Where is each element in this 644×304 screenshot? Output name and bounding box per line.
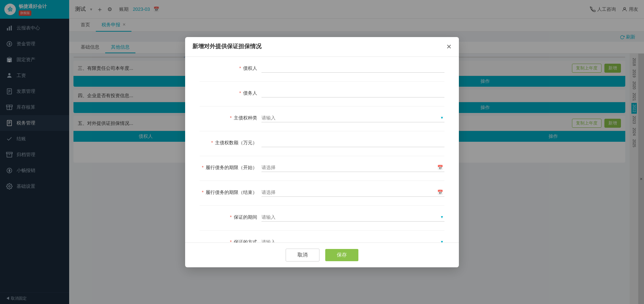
divider-5: [200, 181, 444, 181]
form-row-period-start: * 履行债务的期限（开始） 📅: [200, 163, 444, 172]
period-start-wrapper: 📅: [261, 163, 444, 172]
creditor-input[interactable]: [261, 64, 444, 73]
modal-title: 新增对外提供保证担保情况: [192, 43, 261, 50]
divider-4: [200, 156, 444, 156]
form-label-claim-amount: * 主债权数额（万元）: [200, 140, 257, 146]
form-label-guarantee-method: * 保证的方式: [200, 239, 257, 242]
period-end-wrapper: 📅: [261, 188, 444, 197]
divider-7: [200, 230, 444, 231]
form-row-claim-type: * 主债权种类 ▾: [200, 114, 444, 122]
period-start-calendar-icon[interactable]: 📅: [437, 165, 443, 170]
debtor-input[interactable]: [261, 89, 444, 97]
period-end-calendar-icon[interactable]: 📅: [437, 190, 443, 195]
form-label-period-end: * 履行债务的期限（结束）: [200, 189, 257, 196]
guarantee-method-input[interactable]: [261, 238, 444, 242]
form-label-guarantee-period: * 保证的期间: [200, 214, 257, 221]
claim-type-input[interactable]: [261, 114, 444, 122]
modal: 新增对外提供保证担保情况 ✕ * 债权人 * 债务人: [185, 37, 459, 267]
form-row-creditor: * 债权人: [200, 64, 444, 73]
cancel-button[interactable]: 取消: [286, 249, 319, 262]
divider-6: [200, 205, 444, 206]
form-row-debtor: * 债务人: [200, 89, 444, 97]
period-end-input[interactable]: [261, 188, 444, 196]
form-row-guarantee-method: * 保证的方式 ▾: [200, 238, 444, 242]
period-start-input[interactable]: [261, 163, 444, 172]
form-label-debtor: * 债务人: [200, 90, 257, 96]
form-label-claim-type: * 主债权种类: [200, 115, 257, 121]
claim-amount-input[interactable]: [261, 139, 444, 147]
guarantee-period-input[interactable]: [261, 213, 444, 221]
divider-1: [200, 81, 444, 82]
claim-type-chevron-icon[interactable]: ▾: [441, 115, 443, 120]
save-button[interactable]: 保存: [325, 249, 358, 261]
modal-footer: 取消 保存: [185, 242, 459, 267]
divider-3: [200, 131, 444, 131]
claim-type-wrapper: ▾: [261, 114, 444, 122]
form-row-period-end: * 履行债务的期限（结束） 📅: [200, 188, 444, 197]
modal-overlay: 新增对外提供保证担保情况 ✕ * 债权人 * 债务人: [0, 0, 644, 304]
modal-body: * 债权人 * 债务人 * 主债权种类: [185, 57, 459, 242]
form-row-guarantee-period: * 保证的期间 ▾: [200, 213, 444, 222]
form-label-creditor: * 债权人: [200, 65, 257, 72]
guarantee-method-wrapper: ▾: [261, 238, 444, 242]
form-label-period-start: * 履行债务的期限（开始）: [200, 164, 257, 171]
form-row-claim-amount: * 主债权数额（万元）: [200, 139, 444, 147]
modal-header: 新增对外提供保证担保情况 ✕: [185, 37, 459, 57]
divider-2: [200, 106, 444, 106]
guarantee-method-chevron-icon[interactable]: ▾: [441, 239, 443, 242]
modal-close-button[interactable]: ✕: [446, 43, 452, 51]
guarantee-period-wrapper: ▾: [261, 213, 444, 222]
guarantee-period-chevron-icon[interactable]: ▾: [441, 214, 443, 219]
